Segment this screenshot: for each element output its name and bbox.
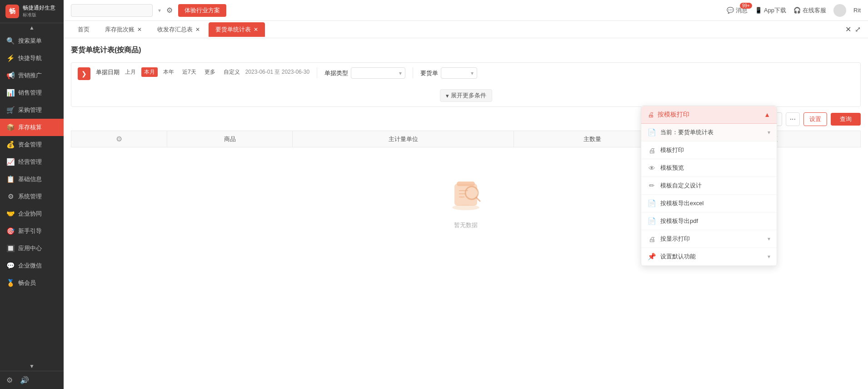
sidebar-item-operations[interactable]: 📈 经营管理 (0, 153, 64, 171)
sidebar-item-marketing[interactable]: 📢 营销推广 (0, 67, 64, 84)
sidebar-item-newbie[interactable]: 🎯 新手引导 (0, 222, 64, 240)
table-settings-button[interactable]: 设置 (803, 112, 827, 126)
marketing-icon: 📢 (6, 71, 15, 80)
dropdown-item-export-pdf[interactable]: 📄 按模板导出pdf (641, 212, 777, 230)
user-avatar[interactable] (833, 4, 846, 17)
system-icon: ⚙ (6, 192, 15, 201)
tab-maximize-button[interactable]: ⤢ (855, 25, 861, 34)
trial-industry-button[interactable]: 体验行业方案 (178, 4, 226, 17)
tab-home-label: 首页 (78, 25, 90, 34)
search-nav-icon: 🔍 (6, 37, 15, 45)
filter-divider-2 (413, 67, 413, 78)
sidebar-item-quick-nav[interactable]: ⚡ 快捷导航 (0, 50, 64, 67)
query-button[interactable]: 查询 (831, 113, 861, 126)
sidebar-item-label: 企业微信 (18, 262, 42, 270)
online-service-button[interactable]: 🎧 在线客服 (793, 6, 826, 15)
sidebar-item-label: 库存核算 (18, 123, 42, 131)
column-settings-icon[interactable]: ⚙ (116, 135, 122, 143)
tab-receipt-summary-close[interactable]: ✕ (195, 26, 200, 33)
sidebar-item-search[interactable]: 🔍 搜索菜单 (0, 32, 64, 50)
dropdown-item-template-print[interactable]: 🖨 模板打印 (641, 141, 777, 159)
sidebar-item-wechat[interactable]: 💬 企业微信 (0, 257, 64, 274)
date-7days-btn[interactable]: 近7天 (180, 67, 199, 77)
date-this-month-btn[interactable]: 本月 (141, 67, 158, 77)
app-download-button[interactable]: 📱 App下载 (755, 6, 786, 15)
message-badge: 99+ (740, 3, 752, 9)
current-template-label: 当前：要货单统计表 (660, 128, 713, 136)
sidebar-scroll-up[interactable]: ▲ (0, 23, 64, 32)
set-default-label: 设置默认功能 (660, 253, 696, 261)
dropdown-item-template-design[interactable]: ✏ 模板自定义设计 (641, 177, 777, 195)
tab-home[interactable]: 首页 (71, 22, 96, 37)
sidebar-item-label: 经营管理 (18, 158, 42, 166)
type-filter-label: 单据类型 (324, 69, 348, 77)
dropdown-current-template[interactable]: 📄 当前：要货单统计表 ▾ (641, 124, 777, 141)
app-download-label: App下载 (764, 6, 786, 15)
display-print-label: 按显示打印 (660, 235, 690, 243)
sidebar-scroll-down[interactable]: ▼ (0, 362, 64, 371)
enterprise-icon: 🤝 (6, 210, 15, 218)
template-print-label: 模板打印 (660, 146, 684, 154)
dropdown-title: 🖨 按模板打印 (648, 111, 689, 119)
template-print-icon: 🖨 (648, 147, 656, 154)
dropdown-item-set-default[interactable]: 📌 设置默认功能 ▾ (641, 248, 777, 266)
footer-sound-icon[interactable]: 🔊 (20, 376, 29, 384)
message-button[interactable]: 💬 消息 99+ (727, 6, 748, 15)
dropdown-collapse-icon[interactable]: ▲ (764, 111, 770, 118)
sidebar-footer: ⚙ 🔊 (0, 371, 64, 389)
dropdown-item-template-preview[interactable]: 👁 模板预览 (641, 159, 777, 177)
date-this-year-btn[interactable]: 本年 (160, 67, 177, 77)
date-filter-label: 单据日期 (96, 68, 120, 76)
tab-batch-account-close[interactable]: ✕ (137, 26, 142, 33)
sidebar-item-vip[interactable]: 🏅 畅会员 (0, 274, 64, 292)
dropdown-item-display-print[interactable]: 🖨 按显示打印 ▾ (641, 230, 777, 248)
tab-order-stats-close[interactable]: ✕ (254, 26, 258, 33)
set-default-left: 📌 设置默认功能 (648, 253, 696, 261)
header-search-input[interactable] (71, 4, 153, 17)
current-template-arrow: ▾ (768, 129, 770, 136)
expand-more-conditions-button[interactable]: ▾ 展开更多条件 (440, 89, 492, 102)
sidebar-item-enterprise[interactable]: 🤝 企业协同 (0, 205, 64, 222)
header-right: 💬 消息 99+ 📱 App下载 🎧 在线客服 Rit (727, 4, 861, 17)
dropdown-item-export-excel[interactable]: 📄 按模板导出excel (641, 195, 777, 212)
filter-expand-arrow[interactable]: ❯ (78, 67, 90, 80)
more-actions-button[interactable]: ··· (786, 112, 800, 126)
sidebar-item-basic[interactable]: 📋 基础信息 (0, 171, 64, 188)
sidebar-item-finance[interactable]: 💰 资金管理 (0, 136, 64, 153)
type-select[interactable] (351, 67, 405, 79)
inventory-icon: 📦 (6, 123, 15, 131)
header-search-dropdown[interactable]: ▾ (158, 7, 161, 14)
sidebar-item-apps[interactable]: 🔲 应用中心 (0, 240, 64, 257)
table-header-product: 商品 (167, 131, 293, 147)
status-select[interactable] (441, 67, 477, 79)
footer-settings-icon[interactable]: ⚙ (6, 376, 13, 384)
sidebar: 畅 畅捷通好生意 标准版 ▲ 🔍 搜索菜单 ⚡ 快捷导航 📢 营销推广 📊 销售… (0, 0, 64, 389)
tab-close-all-button[interactable]: ✕ (845, 25, 851, 34)
table-header-settings[interactable]: ⚙ (71, 131, 167, 147)
purchase-icon: 🛒 (6, 106, 15, 114)
status-filter-section: 要货单 (420, 67, 477, 79)
template-design-label: 模板自定义设计 (660, 182, 702, 190)
date-custom-btn[interactable]: 自定义 (221, 67, 243, 77)
tab-order-stats-label: 要货单统计表 (215, 25, 251, 34)
basic-icon: 📋 (6, 175, 15, 183)
expand-label: 展开更多条件 (451, 91, 486, 100)
header-settings-button[interactable]: ⚙ (166, 6, 173, 15)
date-last-month-btn[interactable]: 上月 (122, 67, 139, 77)
tab-batch-account[interactable]: 库存批次账 ✕ (98, 22, 149, 37)
sidebar-item-system[interactable]: ⚙ 系统管理 (0, 188, 64, 205)
date-more-btn[interactable]: 更多 (202, 67, 218, 77)
sidebar-item-purchase[interactable]: 🛒 采购管理 (0, 101, 64, 119)
sidebar-nav: 🔍 搜索菜单 ⚡ 快捷导航 📢 营销推广 📊 销售管理 🛒 采购管理 📦 库存核… (0, 32, 64, 362)
sidebar-item-sales[interactable]: 📊 销售管理 (0, 84, 64, 101)
app-logo: 畅 畅捷通好生意 标准版 (0, 0, 64, 23)
filter-bar: ❯ 单据日期 上月 本月 本年 近7天 更多 自定义 2023-06-01 至 … (71, 62, 861, 107)
tab-receipt-summary[interactable]: 收发存汇总表 ✕ (150, 22, 207, 37)
tab-order-stats[interactable]: 要货单统计表 ✕ (209, 22, 265, 37)
export-pdf-icon: 📄 (648, 217, 656, 225)
template-preview-icon: 👁 (648, 164, 656, 172)
empty-illustration (445, 175, 486, 216)
sidebar-item-inventory[interactable]: 📦 库存核算 (0, 119, 64, 136)
username-label[interactable]: Rit (853, 7, 861, 14)
finance-icon: 💰 (6, 141, 15, 149)
